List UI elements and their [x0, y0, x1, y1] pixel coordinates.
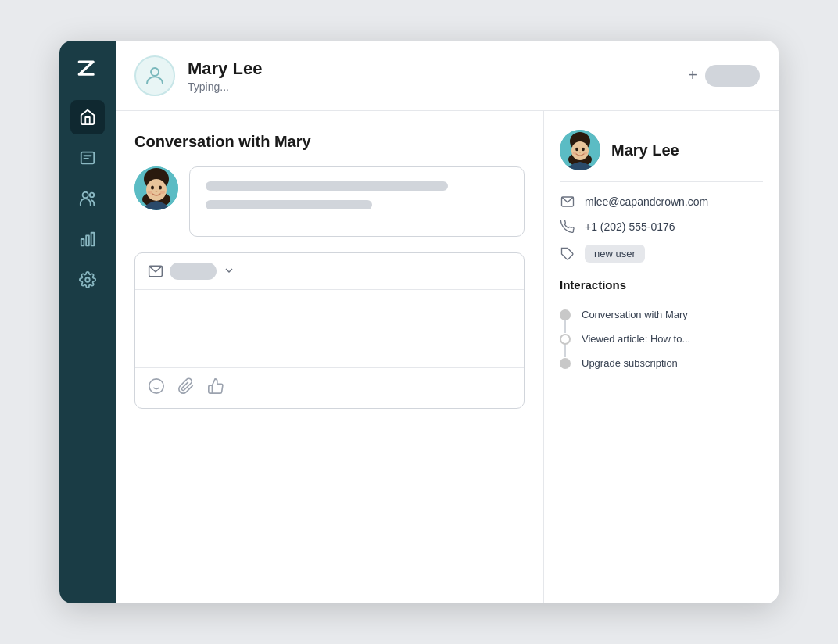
email-value: mlee@capandcrown.com — [585, 195, 708, 208]
svg-rect-5 — [81, 239, 84, 245]
tag-icon — [560, 247, 575, 261]
logo — [72, 53, 103, 84]
svg-point-17 — [148, 191, 152, 194]
interactions-title: Interactions — [560, 278, 763, 292]
interaction-text-3: Upgrade subscription — [582, 357, 678, 369]
attach-button[interactable] — [177, 377, 195, 399]
interaction-text-1: Conversation with Mary — [582, 309, 688, 320]
chat-message — [134, 166, 525, 237]
message-bubble — [189, 166, 525, 237]
phone-value: +1 (202) 555-0176 — [585, 220, 675, 233]
svg-point-8 — [85, 277, 90, 282]
compose-channel-label — [170, 263, 217, 280]
compose-toolbar — [135, 253, 524, 290]
compose-channel-icon — [148, 263, 163, 279]
phone-row: +1 (202) 555-0176 — [560, 220, 763, 234]
emoji-button[interactable] — [148, 377, 165, 399]
timeline-dot-2 — [560, 334, 571, 345]
timeline-dot-3 — [560, 358, 571, 369]
conversation-title: Conversation with Mary — [134, 133, 525, 151]
svg-point-27 — [575, 148, 578, 151]
app-shell: Mary Lee Typing... + Conversation with M… — [59, 41, 779, 603]
interaction-item-2: Viewed article: How to... — [560, 327, 763, 351]
email-icon — [560, 195, 575, 209]
sidebar-item-tickets[interactable] — [70, 141, 105, 175]
content-area: Conversation with Mary — [116, 111, 779, 603]
svg-point-20 — [149, 379, 163, 393]
bubble-line-2 — [206, 200, 372, 209]
sidebar-item-settings[interactable] — [70, 263, 105, 297]
interaction-text-2: Viewed article: How to... — [582, 333, 690, 345]
compose-box[interactable] — [134, 252, 525, 409]
svg-rect-6 — [86, 235, 89, 245]
header-actions: + — [688, 65, 760, 87]
sidebar — [59, 41, 116, 603]
header-user-name: Mary Lee — [188, 59, 675, 79]
tag-badge: new user — [585, 245, 645, 263]
contact-info: mlee@capandcrown.com +1 (202) 555-0176 — [560, 195, 763, 263]
timeline-dot-1 — [560, 309, 571, 320]
interaction-timeline: Conversation with Mary Viewed article: H… — [560, 302, 763, 375]
profile-header: Mary Lee — [560, 130, 763, 182]
svg-point-29 — [579, 152, 581, 153]
svg-rect-7 — [91, 233, 95, 246]
right-panel: Mary Lee mlee@capandcrown.com — [544, 111, 779, 603]
svg-point-18 — [160, 191, 165, 194]
interactions-section: Interactions Conversation with Mary View… — [560, 278, 763, 375]
svg-point-3 — [83, 192, 88, 198]
svg-point-14 — [151, 186, 154, 190]
conversation-panel: Conversation with Mary — [116, 111, 544, 603]
main-area: Mary Lee Typing... + Conversation with M… — [116, 41, 779, 603]
profile-avatar — [560, 130, 600, 170]
compose-body[interactable] — [135, 290, 524, 367]
profile-name: Mary Lee — [611, 141, 679, 159]
header-info: Mary Lee Typing... — [188, 59, 675, 93]
sidebar-item-reports[interactable] — [70, 222, 105, 256]
chat-avatar — [134, 166, 178, 210]
bubble-line-1 — [206, 181, 448, 191]
compose-chevron-icon[interactable] — [223, 264, 235, 279]
interaction-item-3: Upgrade subscription — [560, 351, 763, 375]
phone-icon — [560, 220, 575, 234]
interaction-item-1: Conversation with Mary — [560, 302, 763, 327]
header-status: Typing... — [188, 80, 675, 93]
svg-point-13 — [146, 179, 167, 201]
sidebar-item-contacts[interactable] — [70, 181, 105, 216]
add-tab-button[interactable]: + — [688, 66, 697, 84]
header-pill — [705, 65, 760, 87]
email-row: mlee@capandcrown.com — [560, 195, 763, 209]
svg-point-28 — [582, 148, 585, 151]
sidebar-item-home[interactable] — [70, 100, 105, 134]
compose-actions — [135, 367, 524, 408]
tag-row: new user — [560, 245, 763, 263]
svg-point-26 — [571, 141, 589, 160]
svg-point-30 — [573, 152, 577, 154]
svg-point-15 — [159, 186, 162, 190]
svg-point-9 — [151, 68, 159, 76]
header-avatar — [134, 55, 175, 96]
svg-point-4 — [90, 193, 95, 198]
thumbsup-button[interactable] — [207, 377, 224, 399]
svg-point-31 — [584, 152, 588, 154]
svg-point-16 — [156, 191, 158, 192]
header: Mary Lee Typing... + — [116, 41, 779, 111]
